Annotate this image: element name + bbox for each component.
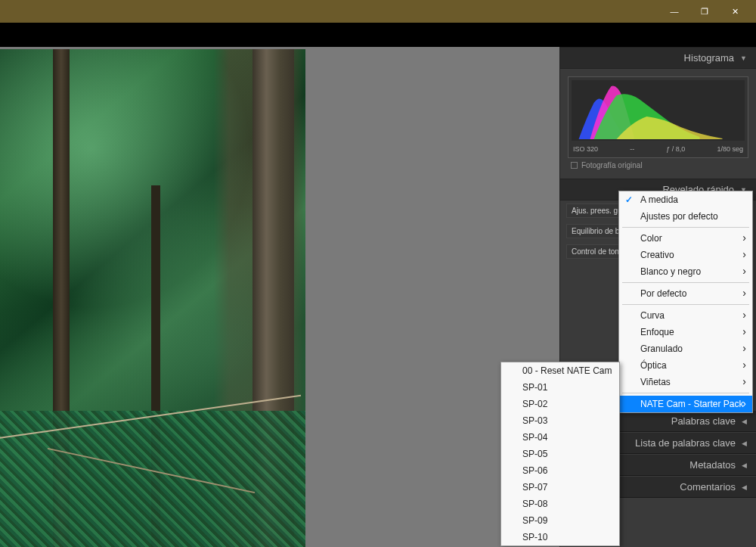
histogram-focal: -- — [630, 145, 634, 153]
menu-item-focus[interactable]: Enfoque — [619, 324, 752, 340]
submenu-sp01[interactable]: SP-01 — [501, 379, 619, 396]
minimize-button[interactable]: — — [659, 1, 689, 22]
close-icon: ✕ — [732, 7, 739, 17]
menu-item-optics[interactable]: Óptica — [619, 357, 752, 374]
preview-image[interactable] — [0, 49, 305, 547]
histogram-chart[interactable] — [572, 80, 745, 141]
histogram-header[interactable]: Histograma ▼ — [560, 47, 756, 69]
menu-separator — [622, 304, 749, 305]
menu-item-default-adjust[interactable]: Ajustes por defecto — [619, 208, 752, 225]
image-canvas[interactable] — [0, 47, 559, 547]
comments-title: Comentarios — [680, 481, 736, 493]
histogram-iso: ISO 320 — [573, 145, 598, 153]
expand-icon: ◀ — [742, 462, 747, 469]
keyword-list-title: Lista de palabras clave — [635, 437, 736, 449]
expand-icon: ◀ — [742, 483, 747, 491]
original-label: Fotografía original — [581, 161, 643, 169]
expand-icon: ◀ — [742, 418, 747, 425]
menu-item-nate-cam[interactable]: NATE Cam - Starter Pack — [619, 396, 752, 412]
maximize-icon: ❐ — [701, 7, 708, 17]
menu-item-bw[interactable]: Blanco y negro — [619, 263, 752, 280]
menu-item-curve[interactable]: Curva — [619, 307, 752, 324]
submenu-sp08[interactable]: SP-08 — [501, 496, 619, 512]
menu-separator — [622, 282, 749, 283]
menu-item-color[interactable]: Color — [619, 230, 752, 247]
menu-separator — [622, 393, 749, 393]
submenu-sp07[interactable]: SP-07 — [501, 479, 619, 496]
submenu-sp10[interactable]: SP-10 — [501, 529, 619, 545]
nate-cam-submenu[interactable]: 00 - Reset NATE Cam SP-01 SP-02 SP-03 SP… — [500, 362, 620, 546]
histogram-aperture: ƒ / 8,0 — [666, 145, 685, 153]
submenu-reset[interactable]: 00 - Reset NATE Cam — [501, 362, 619, 379]
keywords-title: Palabras clave — [671, 415, 736, 427]
submenu-sp05[interactable]: SP-05 — [501, 446, 619, 462]
window-titlebar: — ❐ ✕ — [0, 0, 756, 23]
maximize-button[interactable]: ❐ — [689, 1, 720, 22]
menu-item-vignette[interactable]: Viñetas — [619, 374, 752, 390]
menu-item-default[interactable]: Por defecto — [619, 285, 752, 302]
close-button[interactable]: ✕ — [720, 1, 750, 22]
menu-item-grain[interactable]: Granulado — [619, 340, 752, 357]
minimize-icon: — — [671, 7, 679, 16]
histogram-shutter: 1/80 seg — [717, 145, 743, 153]
menu-separator — [622, 227, 749, 228]
top-module-bar — [0, 23, 756, 47]
histogram-panel: ISO 320 -- ƒ / 8,0 1/80 seg Fotografía o… — [560, 69, 756, 179]
preset-menu[interactable]: A medida Ajustes por defecto Color Creat… — [618, 191, 753, 413]
menu-item-custom[interactable]: A medida — [619, 191, 752, 208]
submenu-sp02[interactable]: SP-02 — [501, 396, 619, 412]
submenu-sp04[interactable]: SP-04 — [501, 429, 619, 446]
expand-icon: ◀ — [742, 440, 747, 447]
submenu-sp03[interactable]: SP-03 — [501, 412, 619, 429]
original-checkbox[interactable] — [571, 162, 578, 169]
submenu-sp06[interactable]: SP-06 — [501, 462, 619, 479]
submenu-sp09[interactable]: SP-09 — [501, 512, 619, 529]
menu-item-creative[interactable]: Creativo — [619, 247, 752, 263]
collapse-icon: ▼ — [740, 54, 747, 62]
histogram-title: Histograma — [684, 52, 734, 64]
metadata-title: Metadatos — [689, 459, 736, 471]
